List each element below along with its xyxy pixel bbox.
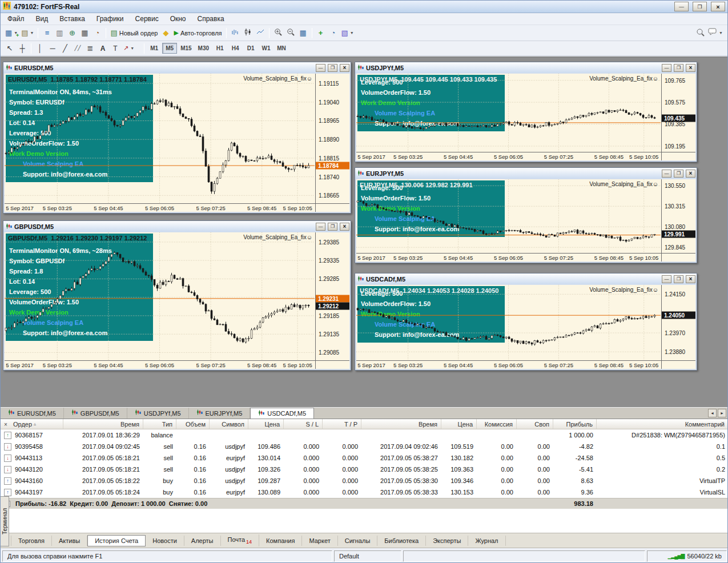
vertical-line-button[interactable]: │: [34, 42, 46, 55]
history-row[interactable]: ↓904431202017.09.05 05:18:21sell0.16usdj…: [1, 464, 728, 475]
chart-tab-USDCADf,M5[interactable]: USDCADf,M5: [250, 408, 314, 419]
history-col-header[interactable]: Комментарий: [597, 419, 728, 429]
chart-close-button[interactable]: ×: [340, 223, 349, 231]
close-button[interactable]: ×: [711, 2, 725, 11]
chart-titlebar[interactable]: GBPUSDf,M5—❐×: [3, 221, 351, 232]
timeframe-button-W1[interactable]: W1: [259, 43, 273, 54]
text-label-button[interactable]: T: [109, 42, 122, 55]
horizontal-line-button[interactable]: ─: [46, 42, 59, 55]
terminal-tab-Почта[interactable]: Почта14: [221, 534, 260, 546]
chart-close-button[interactable]: ×: [686, 275, 695, 283]
terminal-tab-Компания[interactable]: Компания: [259, 536, 302, 546]
status-profile[interactable]: Default: [334, 550, 401, 562]
chart-plot-area[interactable]: Leverage: 500VolumeOrderFlow: 1.50Work D…: [356, 179, 661, 253]
tab-scroll-left-button[interactable]: ◄: [708, 409, 717, 417]
chart-minimize-button[interactable]: —: [316, 64, 325, 72]
chart-window-eurusd[interactable]: EURUSDf,M5—❐×TerminalMonitor ON, 84ms, ~…: [3, 62, 351, 214]
chart-window-eurjpy[interactable]: EURJPYf,M5—❐×Leverage: 500VolumeOrderFlo…: [355, 167, 697, 263]
chart-minimize-button[interactable]: —: [662, 275, 671, 283]
restore-button[interactable]: ❐: [693, 2, 707, 11]
arrows-button[interactable]: ↗▼: [122, 42, 136, 55]
chart-price-axis[interactable]: 130.550130.315130.080129.845129.991: [661, 179, 695, 253]
chart-titlebar[interactable]: USDJPYf,M5—❐×: [355, 62, 697, 73]
chart-tab-USDJPYf,M5[interactable]: USDJPYf,M5: [127, 408, 189, 419]
history-row[interactable]: ↑904431972017.09.05 05:18:24buy0.16eurjp…: [1, 486, 728, 498]
tab-scroll-right-button[interactable]: ►: [718, 409, 726, 417]
history-col-header[interactable]: Время: [361, 419, 441, 429]
chart-plot-area[interactable]: TerminalMonitor ON, 84ms, ~31msSymbol: E…: [5, 74, 315, 203]
chart-window-usdjpy[interactable]: USDJPYf,M5—❐×Leverage: 500VolumeOrderFlo…: [355, 62, 697, 162]
history-col-header[interactable]: Прибыль: [553, 419, 597, 429]
history-col-header[interactable]: Своп: [517, 419, 553, 429]
terminal-tab-Сигналы[interactable]: Сигналы: [338, 536, 378, 546]
metaeditor-button[interactable]: ◆: [159, 27, 172, 39]
minimize-button[interactable]: —: [674, 2, 689, 11]
crosshair-button[interactable]: ┼: [16, 42, 29, 55]
chart-minimize-button[interactable]: —: [316, 223, 325, 231]
history-col-header[interactable]: Комиссия: [477, 419, 517, 429]
menu-item-Справка[interactable]: Справка: [192, 14, 230, 24]
terminal-tab-Журнал[interactable]: Журнал: [468, 536, 505, 546]
history-col-header[interactable]: Цена: [248, 419, 284, 429]
market-watch-button[interactable]: ≡: [41, 27, 53, 39]
history-col-header[interactable]: Тип: [143, 419, 176, 429]
chart-minimize-button[interactable]: —: [662, 64, 671, 72]
timeframe-button-MN[interactable]: MN: [274, 43, 289, 54]
terminal-tab-Торговля[interactable]: Торговля: [11, 536, 52, 546]
chart-restore-button[interactable]: ❐: [328, 223, 337, 231]
chart-minimize-button[interactable]: —: [662, 170, 671, 178]
history-row[interactable]: ↑904431602017.09.05 05:18:22buy0.16usdjp…: [1, 475, 728, 486]
chart-price-axis[interactable]: 1.241501.239701.238801.24050: [661, 285, 695, 360]
templates-button[interactable]: ▧▼: [340, 27, 356, 39]
tile-windows-button[interactable]: ▦: [297, 27, 309, 39]
menu-item-Вид[interactable]: Вид: [30, 14, 54, 24]
history-col-header[interactable]: Время: [63, 419, 143, 429]
chart-plot-area[interactable]: Leverage: 500VolumeOrderFlow: 1.50Work D…: [356, 74, 661, 152]
timeframe-button-M1[interactable]: M1: [147, 43, 162, 54]
fibonacci-button[interactable]: ≣: [84, 42, 96, 55]
history-col-header[interactable]: S / L: [284, 419, 323, 429]
terminal-button[interactable]: ▦: [78, 27, 91, 39]
chart-close-button[interactable]: ×: [686, 170, 695, 178]
navigator-button[interactable]: ⊕: [66, 27, 78, 39]
window-titlebar[interactable]: 479102: FortFS-Real — ❐ ×: [1, 1, 727, 13]
chart-plot-area[interactable]: Leverage: 500VolumeOrderFlow: 1.50Work D…: [356, 285, 661, 360]
terminal-side-tab[interactable]: Терминал: [1, 496, 9, 546]
menu-item-Файл[interactable]: Файл: [2, 14, 30, 24]
chart-time-axis[interactable]: 5 Sep 20175 Sep 03:255 Sep 04:455 Sep 06…: [5, 360, 315, 369]
menu-item-Сервис[interactable]: Сервис: [130, 14, 164, 24]
terminal-tab-Эксперты[interactable]: Эксперты: [426, 536, 468, 546]
history-row[interactable]: ↑903681572017.09.01 18:36:29balance1 000…: [1, 429, 728, 441]
history-col-header[interactable]: Цена: [441, 419, 477, 429]
menu-item-Графики[interactable]: Графики: [91, 14, 130, 24]
chart-time-axis[interactable]: 5 Sep 20175 Sep 03:255 Sep 04:455 Sep 06…: [356, 253, 661, 262]
chart-titlebar[interactable]: EURUSDf,M5—❐×: [3, 62, 351, 73]
new-chart-button[interactable]: ▦+▼: [3, 27, 19, 39]
data-window-button[interactable]: ▥: [53, 27, 66, 39]
text-button[interactable]: A: [96, 42, 109, 55]
history-row[interactable]: ↓904431132017.09.05 05:18:21sell0.16eurj…: [1, 452, 728, 464]
timeframe-button-M15[interactable]: M15: [178, 43, 194, 54]
strategy-tester-button[interactable]: ◔: [91, 27, 103, 39]
chat-button[interactable]: ▼: [706, 27, 725, 39]
terminal-tab-Новости[interactable]: Новости: [146, 536, 184, 546]
terminal-tab-Маркет[interactable]: Маркет: [302, 536, 337, 546]
new-order-button[interactable]: ▤Новый ордер: [108, 27, 159, 39]
chart-restore-button[interactable]: ❐: [674, 170, 683, 178]
chart-price-axis[interactable]: 109.765109.575109.385109.195109.435: [661, 74, 695, 152]
history-col-header[interactable]: Символ: [210, 419, 248, 429]
profiles-button[interactable]: ▤▼: [19, 27, 35, 39]
chart-plot-area[interactable]: TerminalMonitor ON, 69ms, ~28msSymbol: G…: [5, 232, 315, 360]
timeframe-button-M5[interactable]: M5: [162, 43, 177, 54]
chart-tab-GBPUSDf,M5[interactable]: GBPUSDf,M5: [64, 408, 127, 419]
chart-close-button[interactable]: ×: [686, 64, 695, 72]
periods-button[interactable]: ◔: [327, 27, 340, 39]
chart-titlebar[interactable]: EURJPYf,M5—❐×: [355, 168, 697, 179]
history-header-row[interactable]: Ордер▵ВремяТипОбъемСимволЦенаS / LT / PВ…: [1, 419, 728, 429]
chart-close-button[interactable]: ×: [340, 64, 349, 72]
indicators-button[interactable]: +: [315, 27, 327, 39]
chart-restore-button[interactable]: ❐: [674, 64, 683, 72]
chart-time-axis[interactable]: 5 Sep 20175 Sep 03:255 Sep 04:455 Sep 06…: [356, 360, 661, 369]
chart-titlebar[interactable]: USDCADf,M5—❐×: [355, 274, 697, 284]
history-col-header[interactable]: Объем: [176, 419, 210, 429]
